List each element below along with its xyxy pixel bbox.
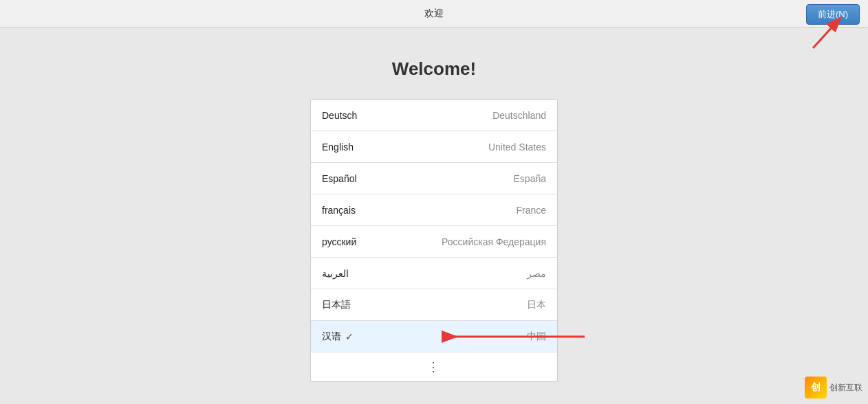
- language-row[interactable]: françaisFrance: [311, 194, 557, 226]
- language-row[interactable]: 汉语✓中国: [311, 321, 557, 352]
- language-region: Deutschland: [492, 110, 546, 121]
- language-name: 日本語: [322, 299, 351, 311]
- check-icon: ✓: [345, 331, 354, 342]
- watermark: 创 创新互联: [805, 377, 862, 399]
- language-region: Российская Федерация: [442, 236, 546, 247]
- language-region: España: [514, 173, 546, 184]
- welcome-title: Welcome!: [392, 58, 476, 80]
- language-name: العربية: [322, 268, 349, 279]
- language-region: 日本: [527, 299, 546, 311]
- language-region: United States: [488, 142, 546, 153]
- window-title: 欢迎: [424, 8, 444, 20]
- language-row[interactable]: العربيةمصر: [311, 258, 557, 289]
- more-options-row[interactable]: ⋮: [311, 352, 557, 381]
- main-content: Welcome! DeutschDeutschlandEnglishUnited…: [0, 27, 868, 382]
- title-bar: 欢迎 前进(N): [0, 0, 868, 27]
- language-name: Español: [322, 173, 357, 184]
- more-dots-icon: ⋮: [427, 359, 441, 374]
- language-name: English: [322, 142, 354, 153]
- language-list: DeutschDeutschlandEnglishUnited StatesEs…: [310, 99, 558, 382]
- language-row[interactable]: 日本語日本: [311, 289, 557, 321]
- language-name: 汉语✓: [322, 330, 354, 343]
- language-region: مصر: [527, 268, 546, 279]
- watermark-logo: 创: [805, 377, 827, 399]
- language-region: France: [516, 205, 546, 216]
- language-name: Deutsch: [322, 110, 357, 121]
- language-name: français: [322, 205, 356, 216]
- watermark-text: 创新互联: [829, 382, 862, 394]
- next-button[interactable]: 前进(N): [806, 4, 860, 25]
- language-row[interactable]: DeutschDeutschland: [311, 100, 557, 131]
- language-region: 中国: [527, 330, 546, 343]
- language-row[interactable]: русскийРоссийская Федерация: [311, 226, 557, 258]
- language-row[interactable]: EspañolEspaña: [311, 163, 557, 194]
- language-name: русский: [322, 236, 356, 247]
- language-row[interactable]: EnglishUnited States: [311, 131, 557, 163]
